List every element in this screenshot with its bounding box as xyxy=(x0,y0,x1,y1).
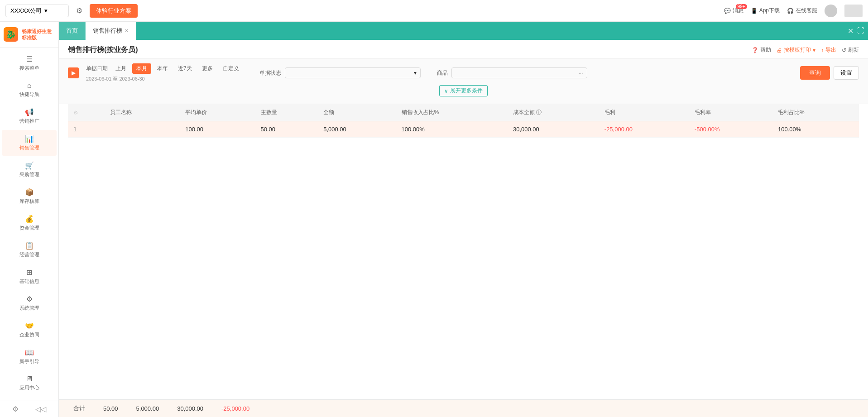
column-settings-icon[interactable]: ⚙ xyxy=(73,110,78,116)
sidebar-item-system[interactable]: ⚙ 系统管理 xyxy=(2,290,57,316)
page-title: 销售排行榜(按业务员) xyxy=(68,45,138,55)
app-center-icon: 🖥 xyxy=(26,375,33,383)
date-tabs: 上月 本月 本年 近7天 更多 自定义 xyxy=(111,63,243,74)
col-settings: ⚙ xyxy=(68,104,105,121)
app-download-icon: 📱 xyxy=(751,8,758,14)
user-avatar[interactable] xyxy=(825,5,837,17)
purchase-icon: 🛒 xyxy=(25,161,34,170)
cooperation-icon: 🤝 xyxy=(25,321,34,330)
sidebar-item-basic-info[interactable]: ⊞ 基础信息 xyxy=(2,264,57,289)
page-content: 销售排行榜(按业务员) ❓ 帮助 🖨 按模板打印 ▾ ↑ xyxy=(59,40,868,417)
table-row: 1 100.00 50.00 5,000.00 100.00% 30,000.0… xyxy=(68,121,859,138)
sidebar-item-sales[interactable]: 📊 销售管理 xyxy=(2,130,57,156)
template-print-button[interactable]: 🖨 按模板打印 ▾ xyxy=(777,46,815,54)
col-total-amount: 全额 xyxy=(318,104,396,121)
date-tab-current-month[interactable]: 本月 xyxy=(132,63,151,74)
online-service-button[interactable]: 🎧 在线客服 xyxy=(787,7,817,14)
tab-close-button[interactable]: × xyxy=(125,28,128,34)
sidebar-item-label: 销售管理 xyxy=(19,144,39,151)
date-filter-label: 单据日期 xyxy=(86,65,108,72)
filter-toggle-button[interactable]: ▶ xyxy=(68,67,79,78)
sidebar-item-purchase[interactable]: 🛒 采购管理 xyxy=(2,157,57,182)
user-name-area xyxy=(844,5,863,17)
sidebar-collapse-button[interactable]: ◁◁ xyxy=(35,405,46,413)
table-footer: 合计 50.00 5,000.00 30,000.00 -25,000.00 xyxy=(59,399,868,417)
cell-avg-price: 100.00 xyxy=(180,121,255,138)
tab-home[interactable]: 首页 xyxy=(59,22,86,40)
print-icon: 🖨 xyxy=(777,47,782,53)
sidebar-item-search[interactable]: ☰ 搜索菜单 xyxy=(2,50,57,76)
filter-row-1: ▶ 单据日期 上月 本月 本年 近7天 更多 xyxy=(68,63,859,82)
online-service-icon: 🎧 xyxy=(787,8,794,14)
expand-more-button[interactable]: ∨ 展开更多条件 xyxy=(439,85,488,96)
sidebar-item-label: 系统管理 xyxy=(19,305,39,312)
sidebar-item-marketing[interactable]: 📢 营销推广 xyxy=(2,103,57,129)
message-icon: 💬 xyxy=(724,8,731,14)
cell-main-qty: 50.00 xyxy=(255,121,318,138)
sidebar-item-label: 新手引导 xyxy=(19,358,39,365)
col-gross-profit: 毛利 xyxy=(599,104,689,121)
setting-button[interactable]: 设置 xyxy=(834,66,859,80)
guide-icon: 📖 xyxy=(25,348,34,357)
app-download-label: App下载 xyxy=(759,7,780,14)
footer-gross-profit: -25,000.00 xyxy=(221,405,249,412)
active-tab-label: 销售排行榜 xyxy=(93,27,122,35)
cell-gross-profit: -25,000.00 xyxy=(599,121,689,138)
top-bar: XXXXX公司 ▾ ⚙ 体验行业方案 💬 消息 99+ 📱 App下载 🎧 在线… xyxy=(0,0,868,22)
tab-sales-ranking[interactable]: 销售排行榜 × xyxy=(86,22,136,40)
date-tab-custom[interactable]: 自定义 xyxy=(219,63,243,74)
sidebar-item-app-center[interactable]: 🖥 应用中心 xyxy=(2,370,57,396)
sidebar-item-label: 经营管理 xyxy=(19,251,39,258)
sidebar-item-quick-nav[interactable]: ⌂ 快捷导航 xyxy=(2,77,57,102)
table-area: ⚙ 员工名称 平均单价 主数量 全额 销售收入占比% 成本全额 ⓘ 毛利 毛利率… xyxy=(59,104,868,399)
status-select[interactable]: ▾ xyxy=(285,67,421,78)
company-selector[interactable]: XXXXX公司 ▾ xyxy=(5,5,69,17)
sidebar-logo: 🐉 畅康通好生意 标准版 xyxy=(0,22,58,48)
sidebar-settings-button[interactable]: ⚙ xyxy=(12,405,19,413)
data-table: ⚙ 员工名称 平均单价 主数量 全额 销售收入占比% 成本全额 ⓘ 毛利 毛利率… xyxy=(68,104,859,138)
goods-select-dots: ··· xyxy=(579,70,583,76)
logo-text: 畅康通好生意 标准版 xyxy=(22,28,52,41)
sidebar-item-inventory[interactable]: 📦 库存核算 xyxy=(2,183,57,209)
settings-button[interactable]: ⚙ xyxy=(72,4,86,18)
refresh-button[interactable]: ↺ 刷新 xyxy=(842,46,859,54)
message-button[interactable]: 💬 消息 99+ xyxy=(724,7,743,14)
date-tab-7-days[interactable]: 近7天 xyxy=(174,63,196,74)
sidebar-item-cooperation[interactable]: 🤝 企业协同 xyxy=(2,317,57,343)
date-filter-group: 单据日期 上月 本月 本年 近7天 更多 自定义 2023 xyxy=(86,63,243,82)
sidebar-item-label: 库存核算 xyxy=(19,198,39,205)
query-button[interactable]: 查询 xyxy=(800,66,830,80)
filter-area: ▶ 单据日期 上月 本月 本年 近7天 更多 xyxy=(59,59,868,104)
help-button[interactable]: ❓ 帮助 xyxy=(752,46,771,54)
print-chevron-icon: ▾ xyxy=(813,47,815,53)
col-gross-margin: 毛利率 xyxy=(689,104,772,121)
finance-icon: 💰 xyxy=(25,215,34,223)
export-button[interactable]: ↑ 导出 xyxy=(821,46,836,54)
help-icon: ❓ xyxy=(752,47,758,53)
content-area: 首页 销售排行榜 × ✕ ⛶ 销售排行榜(按业务员) xyxy=(59,22,868,417)
home-tab-label: 首页 xyxy=(66,27,78,35)
company-chevron-icon: ▾ xyxy=(44,7,48,14)
cell-cost-amount: 30,000.00 xyxy=(508,121,599,138)
sidebar-item-operations[interactable]: 📋 经营管理 xyxy=(2,237,57,263)
date-tab-current-year[interactable]: 本年 xyxy=(153,63,172,74)
sidebar-item-guide[interactable]: 📖 新手引导 xyxy=(2,344,57,369)
table-header-row: ⚙ 员工名称 平均单价 主数量 全额 销售收入占比% 成本全额 ⓘ 毛利 毛利率… xyxy=(68,104,859,121)
page-header: 销售排行榜(按业务员) ❓ 帮助 🖨 按模板打印 ▾ ↑ xyxy=(59,40,868,59)
tab-maximize-button[interactable]: ⛶ xyxy=(857,27,864,35)
sidebar-bottom: ⚙ ◁◁ xyxy=(0,401,58,417)
goods-select[interactable]: ··· xyxy=(451,67,587,78)
trial-button[interactable]: 体验行业方案 xyxy=(90,4,138,18)
tab-close-window-button[interactable]: ✕ xyxy=(848,27,854,35)
online-service-label: 在线客服 xyxy=(796,7,817,14)
footer-total-amount: 5,000.00 xyxy=(136,405,159,412)
date-tab-last-month[interactable]: 上月 xyxy=(111,63,130,74)
date-tab-more[interactable]: 更多 xyxy=(198,63,217,74)
status-select-chevron: ▾ xyxy=(414,70,417,76)
sidebar-item-finance[interactable]: 💰 资金管理 xyxy=(2,210,57,236)
footer-main-qty: 50.00 xyxy=(103,405,118,412)
goods-filter-group: 商品 ··· xyxy=(437,67,587,78)
export-icon: ↑ xyxy=(821,47,824,53)
sidebar-item-wecom[interactable]: 💬 企业微信 xyxy=(2,397,57,401)
app-download-button[interactable]: 📱 App下载 xyxy=(751,7,780,14)
